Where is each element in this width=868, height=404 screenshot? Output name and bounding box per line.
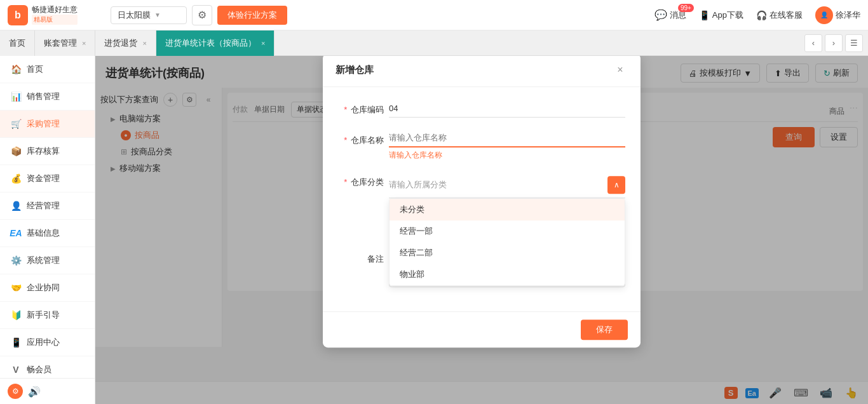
sidebar-item-basic-info-label: 基础信息: [27, 227, 60, 239]
tab-home-label: 首页: [9, 37, 25, 49]
tab-home[interactable]: 首页: [0, 30, 35, 56]
dialog-footer: 保存: [323, 311, 641, 347]
inventory-icon: 📦: [10, 145, 22, 157]
dialog-body: * 仓库编码 * 仓库名称 请输入仓库名称: [323, 87, 641, 311]
form-row-code: * 仓库编码: [338, 100, 625, 118]
tab-next-btn[interactable]: ›: [825, 34, 843, 52]
content-area: 进货单统计(按商品) 🖨 按模板打印 ▼ ⬆ 导出 ↻ 刷新: [95, 56, 868, 404]
tab-purchase-return-close[interactable]: ×: [142, 39, 146, 47]
category-required-star: *: [344, 177, 347, 187]
sidebar: 🏠 首页 📊 销售管理 🛒 采购管理 📦 库存核算 💰 资金管理 👤 经营管理 …: [0, 56, 95, 404]
dialog-header: 新增仓库 ×: [323, 56, 641, 87]
logo-area: b 畅捷通好生意 精易版: [8, 5, 103, 25]
sidebar-item-system[interactable]: ⚙️ 系统管理: [0, 247, 95, 274]
message-item[interactable]: 💬 消息 99+: [654, 9, 686, 21]
sidebar-item-sales[interactable]: 📊 销售管理: [0, 83, 95, 111]
tab-accounts-close[interactable]: ×: [82, 39, 86, 47]
app-center-icon: 📱: [10, 337, 22, 348]
sidebar-item-operations[interactable]: 👤 经营管理: [0, 192, 95, 220]
form-row-category: * 仓库分类 请输入所属分类 ∧ 未分类 经营一部: [338, 172, 625, 198]
sidebar-item-operations-label: 经营管理: [27, 200, 60, 212]
name-label: * 仓库名称: [338, 130, 389, 146]
selector-arrow-icon: ▼: [154, 11, 161, 18]
user-area[interactable]: 👤 徐泽华: [815, 6, 860, 24]
company-selector[interactable]: 日太阳膜 ▼: [111, 6, 187, 24]
dropdown-item-1[interactable]: 经营一部: [390, 220, 625, 242]
sidebar-item-purchase[interactable]: 🛒 采购管理: [0, 111, 95, 138]
volume-icon[interactable]: 🔊: [28, 386, 41, 398]
tab-accounts[interactable]: 账套管理 ×: [35, 30, 95, 56]
code-required-star: *: [344, 105, 347, 114]
tab-purchase-return-label: 进货退货: [104, 37, 137, 49]
category-label: * 仓库分类: [338, 172, 389, 188]
dropdown-item-3-text: 物业部: [400, 269, 424, 279]
message-badge: 99+: [678, 4, 694, 12]
company-name: 日太阳膜: [118, 10, 151, 21]
trial-btn[interactable]: 体验行业方案: [217, 6, 287, 25]
app-download-item[interactable]: 📱 App下载: [699, 10, 743, 21]
tab-bar: 首页 账套管理 × 进货退货 × 进货单统计表（按商品） × ‹ › ☰: [0, 30, 868, 56]
settings-icon-btn[interactable]: ⚙: [192, 5, 212, 25]
logo-badge: 精易版: [32, 15, 78, 25]
sidebar-item-guide-label: 新手引导: [27, 309, 60, 321]
note-label: 备注: [338, 249, 389, 265]
purchase-icon: 🛒: [10, 118, 22, 130]
sidebar-item-home-label: 首页: [27, 64, 43, 75]
dropdown-item-2[interactable]: 经营二部: [390, 242, 625, 264]
app-download-label: App下载: [712, 10, 743, 21]
sidebar-item-guide[interactable]: 🔰 新手引导: [0, 302, 95, 329]
enterprise-icon: 🤝: [10, 282, 22, 293]
name-error-text: 请输入仓库名称: [389, 151, 442, 159]
tab-purchase-stats[interactable]: 进货单统计表（按商品） ×: [156, 30, 275, 56]
header-right-area: 💬 消息 99+ 📱 App下载 🎧 在线客服 👤 徐泽华: [654, 6, 860, 24]
save-btn[interactable]: 保存: [581, 320, 628, 340]
username: 徐泽华: [836, 10, 860, 21]
logo-title: 畅捷通好生意: [32, 5, 78, 15]
logo-icon: b: [8, 5, 28, 25]
settings-bottom-icon[interactable]: ⚙: [8, 384, 23, 399]
sidebar-item-app-center[interactable]: 📱 应用中心: [0, 329, 95, 356]
dropdown-item-0-text: 未分类: [400, 205, 424, 214]
tab-accounts-label: 账套管理: [44, 37, 77, 49]
dropdown-item-3[interactable]: 物业部: [390, 264, 625, 285]
code-input[interactable]: [389, 100, 625, 118]
dialog-title: 新增仓库: [336, 64, 374, 76]
sidebar-item-basic-info[interactable]: EA 基础信息: [0, 220, 95, 247]
sidebar-bottom-area: ⚙ 🔊: [0, 378, 95, 404]
main-layout: 🏠 首页 📊 销售管理 🛒 采购管理 📦 库存核算 💰 资金管理 👤 经营管理 …: [0, 56, 868, 404]
sidebar-item-app-center-label: 应用中心: [27, 337, 60, 348]
form-row-name: * 仓库名称 请输入仓库名称: [338, 129, 625, 161]
sidebar-item-system-label: 系统管理: [27, 255, 60, 266]
sidebar-item-home[interactable]: 🏠 首页: [0, 56, 95, 83]
guide-icon: 🔰: [10, 309, 22, 321]
home-icon: 🏠: [10, 64, 22, 75]
logo-text-block: 畅捷通好生意 精易版: [32, 5, 78, 25]
dropdown-item-0[interactable]: 未分类: [390, 199, 625, 220]
category-toggle-btn[interactable]: ∧: [607, 176, 625, 194]
finance-icon: 💰: [10, 173, 22, 184]
online-service-item[interactable]: 🎧 在线客服: [756, 10, 803, 21]
system-icon: ⚙️: [10, 255, 22, 266]
sidebar-item-purchase-label: 采购管理: [27, 118, 60, 130]
tab-purchase-return[interactable]: 进货退货 ×: [95, 30, 156, 56]
sidebar-item-vip-label: 畅会员: [27, 364, 51, 375]
sidebar-item-finance[interactable]: 💰 资金管理: [0, 165, 95, 192]
sidebar-item-inventory[interactable]: 📦 库存核算: [0, 138, 95, 165]
category-dropdown: 未分类 经营一部 经营二部 物业部: [389, 198, 625, 286]
dropdown-item-2-text: 经营二部: [400, 248, 433, 257]
tab-prev-btn[interactable]: ‹: [804, 34, 822, 52]
dropdown-item-1-text: 经营一部: [400, 226, 433, 236]
top-header: b 畅捷通好生意 精易版 日太阳膜 ▼ ⚙ 体验行业方案 💬 消息 99+ 📱 …: [0, 0, 868, 30]
avatar: 👤: [815, 6, 833, 24]
sales-icon: 📊: [10, 91, 22, 102]
name-required-star: *: [344, 135, 347, 145]
name-input[interactable]: [389, 129, 625, 147]
tab-purchase-stats-close[interactable]: ×: [261, 39, 265, 47]
tab-menu-btn[interactable]: ☰: [845, 34, 863, 52]
category-select[interactable]: 请输入所属分类 ∧: [389, 172, 625, 198]
category-placeholder: 请输入所属分类: [389, 179, 447, 191]
tab-bar-actions: ‹ › ☰: [804, 34, 868, 52]
sidebar-item-enterprise[interactable]: 🤝 企业协同: [0, 274, 95, 302]
dialog-close-btn[interactable]: ×: [613, 62, 628, 77]
new-warehouse-dialog: 新增仓库 × * 仓库编码 * 仓库名称: [323, 56, 641, 347]
